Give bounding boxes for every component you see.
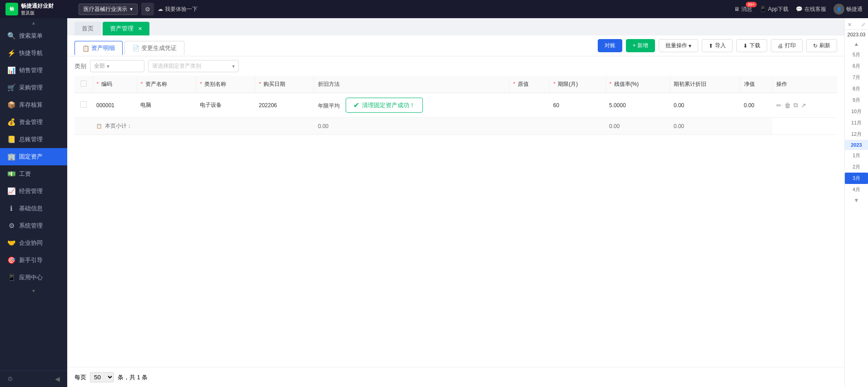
row-actions: ✏ 🗑 ⧉ ↗ xyxy=(776,101,833,109)
experience-btn[interactable]: ☁ 我要体验一下 xyxy=(158,5,198,13)
month-5[interactable]: 5月 xyxy=(845,49,868,60)
online-service-btn[interactable]: 💬 在线客服 xyxy=(796,5,826,13)
sub-tab-change-voucher[interactable]: 📄 变更生成凭证 xyxy=(124,41,184,55)
month-2[interactable]: 2月 xyxy=(845,161,868,173)
sidebar-item-inventory[interactable]: 📦 库存核算 xyxy=(0,96,67,114)
fixed-assets-icon: 🏢 xyxy=(7,153,15,161)
download-button[interactable]: ⬇ 下载 xyxy=(736,39,767,52)
reconcile-label: 对账 xyxy=(605,42,615,50)
sidebar-scroll-down[interactable]: ▼ xyxy=(0,286,67,295)
sidebar-item-ledger[interactable]: 📒 总账管理 xyxy=(0,131,67,148)
print-button[interactable]: 🖨 打印 xyxy=(771,39,803,52)
print-label: 打印 xyxy=(785,42,796,50)
header-residual-rate: * 残值率(%) xyxy=(605,76,670,93)
month-9[interactable]: 9月 xyxy=(845,94,868,106)
company-dropdown-icon: ▾ xyxy=(130,6,133,12)
top-bar: 畅 畅捷通好业财 普及版 医疗器械行业演示 ▾ ⚙ ☁ 我要体验一下 🖥 消息 … xyxy=(0,0,868,18)
header-operations: 操作 xyxy=(773,76,837,93)
row-purchase-date: 202206 xyxy=(255,93,314,118)
more-icon[interactable]: ↗ xyxy=(801,102,806,109)
new-button[interactable]: + 新增 xyxy=(626,39,655,52)
month-7[interactable]: 7月 xyxy=(845,72,868,83)
sidebar-scroll-up[interactable]: ▲ xyxy=(0,18,67,27)
per-page-select[interactable]: 50 10 20 100 xyxy=(90,372,114,382)
category-search-input[interactable]: 请选择固定资产类别 ▾ xyxy=(148,60,239,72)
pagination-bar: 每页 50 10 20 100 条，共 1 条 xyxy=(67,367,844,387)
cloud-icon: ☁ xyxy=(158,6,163,12)
row-checkbox[interactable] xyxy=(80,101,87,108)
row-residual-rate: 5.0000 xyxy=(605,93,670,118)
sidebar-item-sales[interactable]: 📊 销售管理 xyxy=(0,62,67,79)
sub-tab-asset-detail[interactable]: 📋 资产明细 xyxy=(74,41,123,55)
sidebar-item-payroll[interactable]: 💵 工资 xyxy=(0,165,67,183)
sidebar-settings-icon[interactable]: ⚙ xyxy=(7,375,13,382)
sidebar-item-fund[interactable]: 💰 资金管理 xyxy=(0,114,67,131)
category-chevron: ▾ xyxy=(107,63,109,69)
sidebar-collapse-icon[interactable]: ◀ xyxy=(55,375,60,382)
row-net-value: 0.00 xyxy=(740,93,772,118)
success-toast: ✔ 清理固定资产成功！ xyxy=(346,98,423,113)
app-download-btn[interactable]: 📱 App下载 xyxy=(759,5,789,13)
tab-close-icon[interactable]: ✕ xyxy=(138,26,142,31)
month-3-active[interactable]: 3月 xyxy=(845,173,868,184)
header-category: * 类别名称 xyxy=(196,76,255,93)
notifications-btn[interactable]: 🖥 消息 99+ xyxy=(734,5,752,13)
month-11[interactable]: 11月 xyxy=(845,117,868,129)
row-asset-name: 电脑 xyxy=(137,93,196,118)
tab-bar: 首页 资产管理 ✕ xyxy=(67,18,844,35)
sidebar-item-system[interactable]: ⚙ 系统管理 xyxy=(0,217,67,234)
table-header-row: * 编码 * 资产名称 * 类别名称 xyxy=(74,76,837,93)
table-row: 000001 电脑 电子设备 202206 年限平均 ✔ 清理固定资产成功！ xyxy=(74,93,837,118)
month-10[interactable]: 10月 xyxy=(845,106,868,117)
month-1[interactable]: 1月 xyxy=(845,150,868,161)
system-icon: ⚙ xyxy=(7,222,15,230)
delete-icon[interactable]: 🗑 xyxy=(784,102,791,109)
month-12[interactable]: 12月 xyxy=(845,129,868,140)
tab-asset-mgmt[interactable]: 资产管理 ✕ xyxy=(103,22,149,35)
sidebar-item-guide[interactable]: 🎯 新手引导 xyxy=(0,252,67,269)
company-selector[interactable]: 医疗器械行业演示 ▾ xyxy=(79,4,138,15)
right-panel-header: ✕ ⤢ xyxy=(845,20,868,30)
tab-home-label: 首页 xyxy=(82,25,94,32)
sidebar-item-enterprise[interactable]: 🤝 企业协同 xyxy=(0,234,67,252)
download-label: 下载 xyxy=(749,42,760,50)
toolbar: 对账 + 新增 批量操作 ▾ ⬆ 导入 ⬇ 下载 xyxy=(598,35,837,56)
sidebar-item-search-menu[interactable]: 🔍 搜索菜单 xyxy=(0,27,67,45)
subtotal-initial: 0.00 xyxy=(605,118,670,135)
month-4[interactable]: 4月 xyxy=(845,184,868,195)
month-8[interactable]: 8月 xyxy=(845,83,868,94)
per-page-label: 每页 xyxy=(74,373,86,382)
sub-tab-voucher-icon: 📄 xyxy=(132,45,139,52)
category-filter-select[interactable]: 全部 ▾ xyxy=(90,60,144,72)
right-panel-scroll-up[interactable]: ▲ xyxy=(852,39,861,49)
row-original-value xyxy=(509,93,550,118)
row-checkbox-cell xyxy=(74,93,93,118)
import-button[interactable]: ⬆ 导入 xyxy=(702,39,733,52)
user-menu[interactable]: 👤 畅捷通 xyxy=(833,4,863,15)
settings-btn[interactable]: ⚙ xyxy=(141,3,154,15)
batch-ops-button[interactable]: 批量操作 ▾ xyxy=(659,39,698,52)
copy-icon[interactable]: ⧉ xyxy=(794,101,798,109)
sidebar-item-operations[interactable]: 📈 经营管理 xyxy=(0,183,67,200)
refresh-button[interactable]: ↻ 刷新 xyxy=(806,39,837,52)
tab-home[interactable]: 首页 xyxy=(74,22,101,35)
right-panel-scroll-down[interactable]: ▼ xyxy=(852,195,861,205)
sidebar-item-purchase[interactable]: 🛒 采购管理 xyxy=(0,79,67,96)
sidebar-item-quick-nav[interactable]: ⚡ 快捷导航 xyxy=(0,45,67,62)
sidebar-item-basic-info[interactable]: ℹ 基础信息 xyxy=(0,200,67,217)
sidebar-item-label: 系统管理 xyxy=(19,222,43,230)
select-all-checkbox[interactable] xyxy=(80,80,87,87)
sidebar-item-fixed-assets[interactable]: 🏢 固定资产 xyxy=(0,148,67,165)
reconcile-button[interactable]: 对账 xyxy=(598,39,622,52)
ledger-icon: 📒 xyxy=(7,135,15,144)
right-panel-close-icon[interactable]: ✕ xyxy=(848,22,852,28)
success-check-icon: ✔ xyxy=(353,101,359,109)
sidebar-item-label: 快捷导航 xyxy=(19,49,43,57)
month-6[interactable]: 6月 xyxy=(845,60,868,72)
sidebar-item-label: 经营管理 xyxy=(19,187,43,195)
right-panel-expand-icon[interactable]: ⤢ xyxy=(861,22,865,28)
sidebar-item-apps[interactable]: 📱 应用中心 xyxy=(0,269,67,286)
category-filter-label: 类别 xyxy=(74,62,86,70)
total-label: 条，共 1 条 xyxy=(118,373,148,382)
edit-icon[interactable]: ✏ xyxy=(776,102,782,109)
